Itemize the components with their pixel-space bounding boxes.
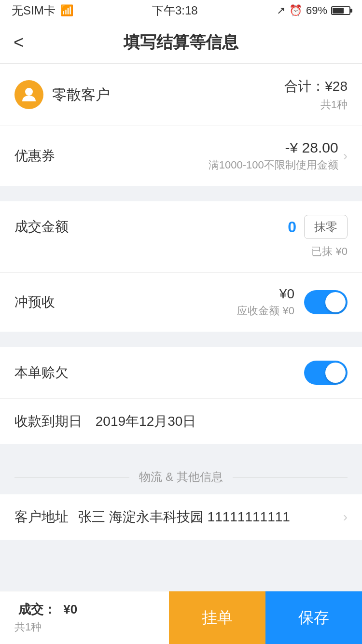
address-chevron-icon: ›	[343, 509, 348, 525]
bottom-count: 共1种	[14, 620, 154, 634]
address-card: 客户地址 张三 海淀永丰科技园 11111111111 ›	[0, 494, 362, 540]
bottom-transaction: 成交： ¥0	[14, 601, 154, 618]
transaction-value: 0 抹零	[288, 215, 348, 239]
precollect-section: 冲预收 ¥0 应收金额 ¥0	[0, 272, 362, 332]
back-button[interactable]: <	[14, 32, 24, 53]
precollect-label: 冲预收	[14, 293, 55, 311]
status-time: 下午3:18	[152, 3, 198, 18]
address-row[interactable]: 客户地址 张三 海淀永丰科技园 11111111111 ›	[0, 494, 362, 540]
already-rounded-text: 已抹 ¥0	[311, 245, 348, 257]
due-date-value: 2019年12月30日	[96, 414, 196, 429]
precollect-right: ¥0 应收金额 ¥0	[237, 286, 348, 318]
precollect-receivable: 应收金额 ¥0	[237, 304, 294, 318]
transaction-row: 成交金额 0 抹零	[14, 215, 348, 239]
total-count: 共1种	[284, 98, 348, 112]
logistics-text: 物流 & 其他信息	[139, 469, 223, 485]
hang-order-button[interactable]: 挂单	[169, 591, 265, 644]
round-zero-button[interactable]: 抹零	[304, 215, 348, 239]
transaction-section: 成交金额 0 抹零 已抹 ¥0	[0, 201, 362, 272]
bottom-info: 成交： ¥0 共1种	[0, 601, 169, 634]
section-divider-1	[0, 194, 362, 201]
divider-line-right	[233, 477, 348, 477]
alarm-icon: ⏰	[289, 4, 302, 17]
transaction-label: 成交金额	[14, 218, 69, 236]
bottom-transaction-label: 成交：	[18, 602, 56, 616]
carrier-text: 无SIM卡	[12, 3, 56, 18]
save-button[interactable]: 保存	[265, 591, 362, 644]
svg-point-0	[25, 88, 33, 96]
coupon-details: -¥ 28.00 满1000-100不限制使用金额	[209, 140, 338, 172]
battery-fill	[333, 8, 344, 14]
page-header: < 填写结算等信息	[0, 21, 362, 64]
status-right: ↗ ⏰ 69%	[277, 4, 350, 17]
address-label: 客户地址	[14, 508, 69, 526]
coupon-right: -¥ 28.00 满1000-100不限制使用金额 ›	[209, 140, 348, 172]
chevron-right-icon: ›	[343, 148, 348, 164]
precollect-value: ¥0	[237, 286, 294, 302]
customer-name: 零散客户	[52, 85, 110, 105]
bottom-transaction-value: ¥0	[63, 602, 77, 616]
arrears-label: 本单赊欠	[14, 364, 69, 382]
battery-percent: 69%	[306, 4, 327, 17]
due-date-label: 收款到期日	[14, 414, 82, 429]
coupon-sub-text: 满1000-100不限制使用金额	[209, 158, 338, 172]
status-bar: 无SIM卡 📶 下午3:18 ↗ ⏰ 69%	[0, 0, 362, 21]
arrears-row: 本单赊欠	[0, 347, 362, 398]
customer-avatar	[14, 80, 43, 109]
coupon-discount: -¥ 28.00	[209, 140, 338, 156]
precollect-toggle[interactable]	[304, 290, 348, 314]
customer-right: 合计：¥28 共1种	[284, 77, 348, 112]
precollect-row: 冲预收 ¥0 应收金额 ¥0	[14, 286, 348, 318]
customer-row: 零散客户 合计：¥28 共1种	[0, 64, 362, 126]
section-divider-3	[0, 452, 362, 460]
coupon-row[interactable]: 优惠券 -¥ 28.00 满1000-100不限制使用金额 ›	[0, 126, 362, 186]
bottom-bar: 成交： ¥0 共1种 挂单 保存	[0, 591, 362, 644]
customer-card: 零散客户 合计：¥28 共1种 优惠券 -¥ 28.00 满1000-100不限…	[0, 64, 362, 186]
arrears-toggle-knob	[325, 363, 346, 383]
battery-icon	[331, 6, 350, 15]
arrears-card: 本单赊欠 收款到期日 2019年12月30日	[0, 347, 362, 444]
content: 零散客户 合计：¥28 共1种 优惠券 -¥ 28.00 满1000-100不限…	[0, 64, 362, 605]
total-amount: 合计：¥28	[284, 77, 348, 96]
due-date-section: 收款到期日 2019年12月30日	[0, 398, 362, 444]
coupon-label: 优惠券	[14, 147, 55, 165]
divider-line-left	[14, 477, 129, 477]
page-title: 填写结算等信息	[124, 31, 238, 54]
logistics-divider: 物流 & 其他信息	[0, 460, 362, 494]
transaction-amount: 0	[288, 218, 296, 236]
address-value: 张三 海淀永丰科技园 11111111111	[78, 508, 343, 526]
wifi-icon: 📶	[60, 4, 73, 17]
arrears-toggle[interactable]	[304, 361, 348, 385]
toggle-knob	[325, 292, 346, 312]
transaction-card: 成交金额 0 抹零 已抹 ¥0 冲预收 ¥0 应收金额 ¥0	[0, 201, 362, 332]
status-left: 无SIM卡 📶	[12, 3, 73, 18]
section-divider-2	[0, 339, 362, 347]
customer-left: 零散客户	[14, 80, 110, 109]
location-icon: ↗	[277, 4, 285, 17]
precollect-amounts: ¥0 应收金额 ¥0	[237, 286, 294, 318]
